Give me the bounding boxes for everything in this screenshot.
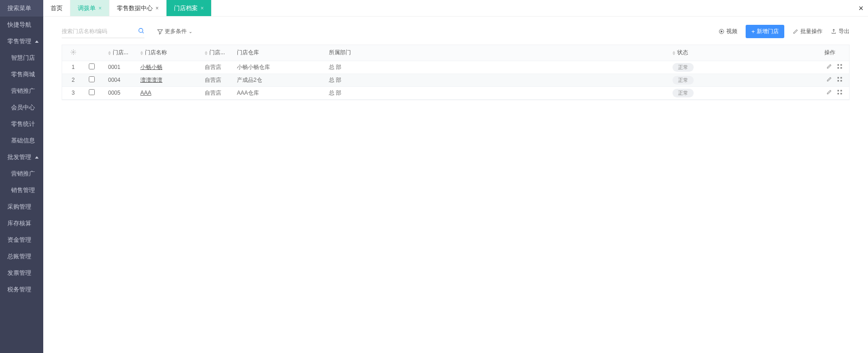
row-index: 2 (62, 74, 84, 86)
sidebar-item[interactable]: 搜索菜单 (0, 0, 43, 17)
close-icon[interactable]: × (858, 4, 863, 13)
sidebar-item[interactable]: 总账管理 (0, 248, 43, 265)
table-container: 门店... 门店名称 门店... 门店仓库 所属部门 状态 操作 10001小畅… (62, 45, 850, 100)
type-header[interactable]: 门店... (200, 45, 232, 61)
sidebar-item[interactable]: 批发管理 (0, 149, 43, 165)
sidebar-item[interactable]: 智慧门店 (0, 50, 43, 66)
status-badge: 正常 (673, 76, 694, 85)
sidebar-item-label: 发票管理 (7, 269, 31, 277)
store-table: 门店... 门店名称 门店... 门店仓库 所属部门 状态 操作 10001小畅… (62, 45, 849, 100)
row-name: AAA (136, 86, 200, 99)
search-icon[interactable] (138, 28, 144, 35)
tab[interactable]: 调拨单× (70, 0, 109, 16)
sidebar-item-label: 零售商城 (11, 70, 35, 79)
sidebar-item[interactable]: 基础信息 (0, 132, 43, 149)
row-checkbox-cell (84, 86, 103, 99)
sidebar-item-label: 销售管理 (11, 186, 35, 194)
store-name-link[interactable]: AAA (140, 90, 151, 96)
row-type: 自营店 (200, 86, 232, 99)
tab[interactable]: 门店档案× (167, 0, 212, 16)
add-store-button[interactable]: + 新增门店 (746, 25, 784, 38)
search-box (62, 25, 144, 38)
svg-rect-12 (838, 90, 839, 91)
gear-header[interactable] (62, 45, 84, 61)
sort-icon (673, 51, 675, 55)
grid-icon[interactable] (837, 89, 843, 95)
more-filter-button[interactable]: 更多条件 ⌄ (157, 28, 192, 35)
sidebar-item-label: 批发管理 (7, 153, 31, 161)
sidebar-item[interactable]: 税务管理 (0, 281, 43, 298)
tab[interactable]: 首页 (43, 0, 70, 16)
status-badge: 正常 (673, 63, 694, 72)
sidebar-item[interactable]: 发票管理 (0, 265, 43, 281)
row-status: 正常 (668, 74, 811, 86)
sidebar-item-label: 零售统计 (11, 120, 35, 128)
row-type: 自营店 (200, 74, 232, 86)
name-header[interactable]: 门店名称 (136, 45, 200, 61)
sidebar-item[interactable]: 会员中心 (0, 99, 43, 116)
sidebar: 搜索菜单快捷导航零售管理智慧门店零售商城营销推广会员中心零售统计基础信息批发管理… (0, 0, 43, 353)
sidebar-item[interactable]: 营销推广 (0, 83, 43, 99)
sidebar-item[interactable]: 快捷导航 (0, 17, 43, 33)
tab-close-icon[interactable]: × (201, 5, 204, 11)
table-header-row: 门店... 门店名称 门店... 门店仓库 所属部门 状态 操作 (62, 45, 849, 61)
sort-icon (108, 51, 111, 55)
sidebar-item-label: 采购管理 (7, 203, 31, 211)
sort-icon (140, 51, 143, 55)
batch-button[interactable]: 批量操作 (793, 28, 822, 35)
caret-up-icon (35, 40, 39, 43)
toolbar: 更多条件 ⌄ 视频 + 新增门店 批量操作 导出 (43, 17, 868, 45)
code-header[interactable]: 门店... (103, 45, 136, 61)
status-header[interactable]: 状态 (668, 45, 811, 61)
row-name: 小畅小畅 (136, 61, 200, 74)
search-input[interactable] (62, 26, 144, 36)
row-code: 0004 (103, 74, 136, 86)
svg-rect-14 (838, 93, 839, 94)
row-warehouse: AAA仓库 (232, 86, 324, 99)
tab-label: 门店档案 (174, 4, 198, 12)
chevron-down-icon: ⌄ (189, 29, 192, 34)
table-row: 10001小畅小畅自营店小畅小畅仓库总 部正常 (62, 61, 849, 74)
tab[interactable]: 零售数据中心× (109, 0, 167, 16)
sidebar-item[interactable]: 零售统计 (0, 116, 43, 132)
sidebar-item[interactable]: 零售管理 (0, 33, 43, 50)
video-button[interactable]: 视频 (719, 28, 737, 35)
export-label: 导出 (839, 28, 850, 35)
sidebar-item-label: 营销推广 (11, 87, 35, 95)
grid-icon[interactable] (837, 63, 843, 69)
row-checkbox[interactable] (89, 63, 95, 69)
tab-close-icon[interactable]: × (155, 5, 159, 11)
grid-icon[interactable] (837, 76, 843, 82)
sidebar-item-label: 搜索菜单 (7, 4, 31, 12)
edit-icon[interactable] (826, 89, 832, 95)
add-store-label: 新增门店 (757, 28, 779, 35)
sidebar-item[interactable]: 库存核算 (0, 215, 43, 232)
svg-point-3 (72, 51, 74, 53)
row-warehouse: 小畅小畅仓库 (232, 61, 324, 74)
warehouse-header[interactable]: 门店仓库 (232, 45, 324, 61)
sidebar-item[interactable]: 销售管理 (0, 182, 43, 199)
svg-rect-11 (840, 80, 842, 81)
tab-bar: 首页调拨单×零售数据中心×门店档案× (43, 0, 868, 17)
row-dept: 总 部 (324, 61, 668, 74)
row-checkbox[interactable] (89, 89, 95, 95)
sidebar-item[interactable]: 资金管理 (0, 232, 43, 248)
video-label: 视频 (726, 28, 737, 35)
sidebar-item[interactable]: 零售商城 (0, 66, 43, 83)
edit-icon[interactable] (826, 76, 832, 82)
row-status: 正常 (668, 61, 811, 74)
store-name-link[interactable]: 小畅小畅 (140, 64, 162, 70)
sidebar-item[interactable]: 采购管理 (0, 199, 43, 215)
export-icon (831, 28, 837, 34)
export-button[interactable]: 导出 (831, 28, 850, 35)
tab-close-icon[interactable]: × (98, 5, 102, 11)
store-name-link[interactable]: 澶澶澶澶 (140, 77, 162, 83)
dept-header[interactable]: 所属部门 (324, 45, 668, 61)
row-code: 0001 (103, 61, 136, 74)
sidebar-item-label: 基础信息 (11, 137, 35, 145)
filter-icon (157, 29, 163, 34)
row-checkbox[interactable] (89, 76, 95, 82)
sidebar-item[interactable]: 营销推广 (0, 165, 43, 182)
edit-icon[interactable] (826, 63, 832, 69)
svg-rect-10 (838, 80, 839, 81)
